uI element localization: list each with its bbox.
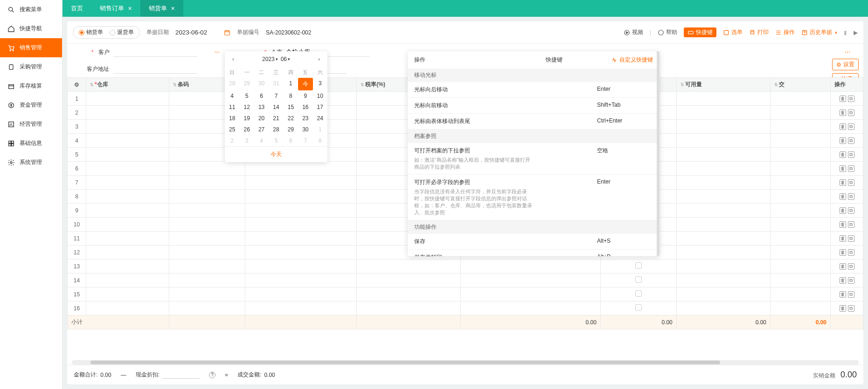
cell-hidden[interactable] bbox=[460, 259, 600, 273]
cell-spec[interactable] bbox=[245, 301, 357, 315]
cell-warehouse[interactable] bbox=[86, 204, 169, 218]
day[interactable]: 19 bbox=[239, 113, 254, 124]
cell-gift[interactable] bbox=[600, 287, 676, 301]
sidebar-item-4[interactable]: 库存核算 bbox=[0, 76, 62, 96]
day[interactable]: 6 bbox=[254, 90, 269, 102]
cell-barcode[interactable] bbox=[169, 190, 245, 204]
cell-barcode[interactable] bbox=[169, 287, 245, 301]
tab-0[interactable]: 首页 bbox=[62, 0, 91, 17]
help-icon[interactable]: ? bbox=[209, 372, 215, 378]
day[interactable]: 30 bbox=[298, 124, 312, 135]
delete-icon[interactable]: 🗑 bbox=[840, 235, 846, 242]
delete-icon[interactable]: 🗑 bbox=[840, 249, 846, 256]
print-button[interactable]: 打印 bbox=[749, 28, 769, 36]
cell-hidden[interactable] bbox=[460, 301, 600, 315]
cell-taxrate[interactable] bbox=[357, 273, 461, 287]
day[interactable]: 21 bbox=[269, 113, 283, 124]
settings-button[interactable]: ⚙ 设置 bbox=[832, 59, 859, 70]
cell-barcode[interactable] bbox=[169, 162, 245, 176]
cell-deliver[interactable] bbox=[771, 148, 831, 162]
cell-spec[interactable] bbox=[245, 273, 357, 287]
cell-warehouse[interactable] bbox=[86, 259, 169, 273]
cell-warehouse[interactable] bbox=[86, 232, 169, 246]
day-other[interactable]: 3 bbox=[239, 135, 254, 146]
cell-available[interactable] bbox=[676, 162, 770, 176]
video-button[interactable]: 视频 bbox=[624, 28, 643, 36]
more-dots-button[interactable]: ⋯ bbox=[842, 49, 853, 55]
help-button[interactable]: 帮助 bbox=[658, 28, 677, 36]
cell-deliver[interactable] bbox=[771, 218, 831, 232]
day-other[interactable]: 28 bbox=[225, 78, 239, 90]
day[interactable]: 13 bbox=[254, 102, 269, 113]
copy-icon[interactable]: ⧉ bbox=[848, 96, 854, 102]
cell-spec[interactable] bbox=[245, 287, 357, 301]
cell-deliver[interactable] bbox=[771, 162, 831, 176]
delete-icon[interactable]: 🗑 bbox=[840, 165, 846, 172]
cell-available[interactable] bbox=[676, 218, 770, 232]
day-other[interactable]: 29 bbox=[239, 78, 254, 90]
history-button[interactable]: 历史单据 ▾ bbox=[801, 28, 837, 36]
day[interactable]: 29 bbox=[284, 124, 298, 135]
cell-deliver[interactable] bbox=[771, 232, 831, 246]
cell-taxrate[interactable] bbox=[357, 287, 461, 301]
cell-deliver[interactable] bbox=[771, 190, 831, 204]
cell-barcode[interactable] bbox=[169, 301, 245, 315]
delete-icon[interactable]: 🗑 bbox=[840, 137, 846, 144]
day[interactable]: 25 bbox=[225, 124, 239, 135]
cell-deliver[interactable] bbox=[771, 204, 831, 218]
table-row[interactable]: 13🗑⧉ bbox=[68, 259, 863, 273]
cell-gift[interactable] bbox=[600, 301, 676, 315]
cell-warehouse[interactable] bbox=[86, 134, 169, 148]
day[interactable]: 11 bbox=[225, 102, 239, 113]
cell-available[interactable] bbox=[676, 106, 770, 120]
cell-barcode[interactable] bbox=[169, 232, 245, 246]
cell-deliver[interactable] bbox=[771, 259, 831, 273]
calendar-icon[interactable] bbox=[224, 29, 230, 36]
cell-taxrate[interactable] bbox=[357, 259, 461, 273]
cell-barcode[interactable] bbox=[169, 176, 245, 190]
cell-spec[interactable] bbox=[245, 176, 357, 190]
table-row[interactable]: 16🗑⧉ bbox=[68, 301, 863, 315]
day[interactable]: 14 bbox=[269, 102, 283, 113]
delete-icon[interactable]: 🗑 bbox=[840, 291, 846, 298]
sidebar-item-5[interactable]: 资金管理 bbox=[0, 96, 62, 115]
prev-month-button[interactable]: ‹ bbox=[229, 55, 237, 63]
more-dots-button[interactable]: ⋯ bbox=[211, 49, 222, 55]
copy-icon[interactable]: ⧉ bbox=[848, 179, 854, 186]
cell-barcode[interactable] bbox=[169, 273, 245, 287]
col-warehouse[interactable]: ⇅*仓库 bbox=[86, 78, 169, 92]
day-other[interactable]: 2 bbox=[225, 135, 239, 146]
sidebar-item-3[interactable]: 采购管理 bbox=[0, 57, 62, 76]
cell-spec[interactable] bbox=[245, 190, 357, 204]
cell-spec[interactable] bbox=[245, 232, 357, 246]
day-other[interactable]: 5 bbox=[269, 135, 283, 146]
copy-icon[interactable]: ⧉ bbox=[848, 277, 854, 284]
copy-icon[interactable]: ⧉ bbox=[848, 221, 854, 228]
cell-warehouse[interactable] bbox=[86, 273, 169, 287]
radio-return[interactable]: 退货单 bbox=[110, 28, 134, 36]
next-month-button[interactable]: › bbox=[315, 55, 323, 63]
delete-icon[interactable]: 🗑 bbox=[840, 305, 846, 312]
cell-available[interactable] bbox=[676, 190, 770, 204]
delete-icon[interactable]: 🗑 bbox=[840, 109, 846, 116]
cell-hidden[interactable] bbox=[460, 287, 600, 301]
copy-icon[interactable]: ⧉ bbox=[848, 291, 854, 298]
day[interactable]: 5 bbox=[239, 90, 254, 102]
day[interactable]: 12 bbox=[239, 102, 254, 113]
col-available[interactable]: ⇅可用量 bbox=[676, 78, 770, 92]
shortcuts-button[interactable]: 快捷键 bbox=[684, 27, 716, 37]
cell-barcode[interactable] bbox=[169, 218, 245, 232]
day[interactable]: 20 bbox=[254, 113, 269, 124]
cell-warehouse[interactable] bbox=[86, 162, 169, 176]
cell-taxrate[interactable] bbox=[357, 301, 461, 315]
cell-spec[interactable] bbox=[245, 218, 357, 232]
day[interactable]: 15 bbox=[284, 102, 298, 113]
sidebar-item-8[interactable]: 系统管理 bbox=[0, 153, 62, 172]
cell-warehouse[interactable] bbox=[86, 190, 169, 204]
date-input[interactable] bbox=[175, 29, 217, 36]
delete-icon[interactable]: 🗑 bbox=[840, 277, 846, 284]
cell-available[interactable] bbox=[676, 273, 770, 287]
cell-warehouse[interactable] bbox=[86, 246, 169, 259]
cell-deliver[interactable] bbox=[771, 287, 831, 301]
day-other[interactable]: 4 bbox=[254, 135, 269, 146]
